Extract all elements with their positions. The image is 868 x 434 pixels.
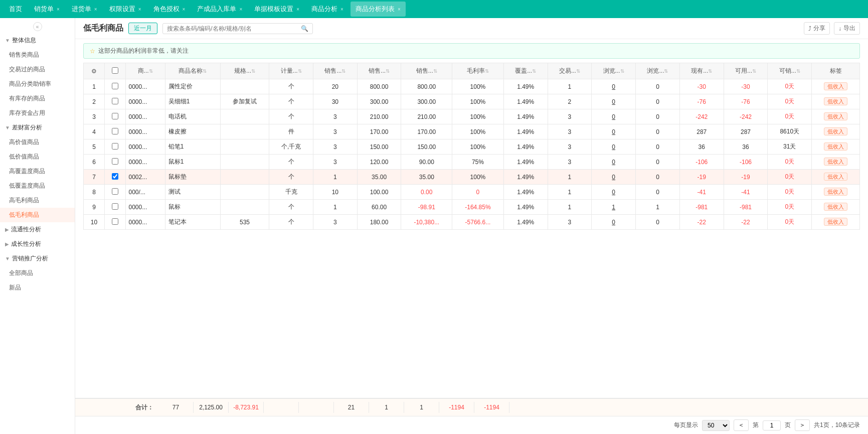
col-views1[interactable]: 浏览...⇅ <box>592 63 636 79</box>
nav-template[interactable]: 单据模板设置 × <box>249 2 304 17</box>
views1-link[interactable]: 0 <box>612 219 615 226</box>
nav-roles[interactable]: 角色授权 × <box>148 2 191 17</box>
nav-permissions-close[interactable]: × <box>138 7 141 12</box>
views1-link[interactable]: 0 <box>612 98 615 105</box>
views1-link[interactable]: 0 <box>612 143 615 151</box>
sidebar-group-marketing[interactable]: ▼ 营销推广分析 <box>0 251 75 266</box>
sidebar-item-all-products[interactable]: 全部商品 <box>0 266 75 280</box>
views1-link[interactable]: 0 <box>612 174 615 181</box>
col-spec[interactable]: 规格...⇅ <box>220 63 269 79</box>
cell-checkbox[interactable] <box>105 109 125 124</box>
row-checkbox[interactable] <box>112 218 118 225</box>
cell-checkbox[interactable] <box>105 215 125 230</box>
row-checkbox[interactable] <box>112 188 118 195</box>
row-checkbox[interactable] <box>112 143 118 150</box>
cell-views1[interactable]: 0 <box>592 109 636 124</box>
col-coverage[interactable]: 覆盖...⇅ <box>503 63 548 79</box>
cell-views1[interactable]: 0 <box>592 79 636 94</box>
nav-products-entry[interactable]: 产成品入库单 × <box>192 2 247 17</box>
row-checkbox[interactable] <box>112 203 118 210</box>
cell-checkbox[interactable] <box>105 124 125 139</box>
col-available[interactable]: 可用...⇅ <box>724 63 768 79</box>
sidebar-item-new-products[interactable]: 新品 <box>0 280 75 295</box>
cell-views1[interactable]: 0 <box>592 94 636 109</box>
sidebar-item-traded-products[interactable]: 交易过的商品 <box>0 62 75 77</box>
sidebar-group-growth[interactable]: ▶ 成长性分析 <box>0 237 75 251</box>
col-unit[interactable]: 计量...⇅ <box>269 63 313 79</box>
cell-views1[interactable]: 0 <box>592 185 636 200</box>
row-checkbox[interactable] <box>112 128 118 134</box>
col-sales-qty[interactable]: 销售...⇅ <box>313 63 357 79</box>
row-checkbox[interactable] <box>112 98 118 104</box>
nav-product-analysis[interactable]: 商品分析 × <box>306 2 349 17</box>
sidebar-collapse-btn[interactable]: « <box>33 22 42 31</box>
cell-checkbox[interactable] <box>105 200 125 215</box>
views1-link[interactable]: 0 <box>612 128 615 135</box>
nav-product-analysis-list-close[interactable]: × <box>398 7 401 12</box>
cell-views1[interactable]: 0 <box>592 139 636 155</box>
filter-recent-month[interactable]: 近一月 <box>128 23 157 34</box>
sidebar-item-low-value[interactable]: 低价值商品 <box>0 150 75 164</box>
select-all-checkbox[interactable] <box>112 67 118 74</box>
cell-views1[interactable]: 0 <box>592 170 636 185</box>
cell-checkbox[interactable] <box>105 139 125 155</box>
cell-views1[interactable]: 0 <box>592 215 636 230</box>
sidebar-item-high-value[interactable]: 高价值商品 <box>0 135 75 150</box>
col-views2[interactable]: 浏览...⇅ <box>636 63 680 79</box>
nav-sales-close[interactable]: × <box>57 7 60 12</box>
col-name[interactable]: 商品名称⇅ <box>165 63 220 79</box>
share-button[interactable]: ⤴ 分享 <box>804 22 830 35</box>
sidebar-group-wealth[interactable]: ▼ 差财富分析 <box>0 120 75 135</box>
sidebar-item-sales-products[interactable]: 销售类商品 <box>0 48 75 62</box>
page-num-input[interactable] <box>763 420 781 430</box>
col-gross-margin[interactable]: 毛利率⇅ <box>452 63 504 79</box>
sidebar-item-stock-capital[interactable]: 库存资金占用 <box>0 106 75 120</box>
cell-checkbox[interactable] <box>105 155 125 170</box>
views1-link[interactable]: 1 <box>612 204 615 211</box>
sidebar-item-low-coverage[interactable]: 低覆盖度商品 <box>0 179 75 193</box>
next-page-btn[interactable]: ＞ <box>795 419 810 431</box>
col-sales-profit[interactable]: 销售...⇅ <box>401 63 452 79</box>
views1-link[interactable]: 0 <box>612 159 615 166</box>
nav-product-analysis-list[interactable]: 商品分析列表 × <box>351 2 406 17</box>
col-code[interactable]: 商...⇅ <box>125 63 165 79</box>
col-settings[interactable]: ⚙ <box>84 63 105 79</box>
row-checkbox[interactable] <box>112 158 118 165</box>
nav-template-close[interactable]: × <box>296 7 299 12</box>
nav-products-entry-close[interactable]: × <box>239 7 242 12</box>
nav-purchase[interactable]: 进货单 × <box>67 2 102 17</box>
nav-sales[interactable]: 销货单 × <box>29 2 65 17</box>
col-saleable[interactable]: 可销...⇅ <box>768 63 812 79</box>
sidebar-group-overall[interactable]: ▼ 整体信息 <box>0 33 75 48</box>
sidebar-group-flow[interactable]: ▶ 流通性分析 <box>0 222 75 237</box>
sidebar-item-stocked-products[interactable]: 有库存的商品 <box>0 91 75 106</box>
nav-permissions[interactable]: 权限设置 × <box>104 2 146 17</box>
col-checkbox-all[interactable] <box>105 63 125 79</box>
search-input[interactable] <box>167 25 301 32</box>
views1-link[interactable]: 0 <box>612 83 615 90</box>
row-checkbox[interactable] <box>112 113 118 119</box>
col-sales-amt[interactable]: 销售...⇅ <box>357 63 401 79</box>
cell-checkbox[interactable] <box>105 170 125 185</box>
export-button[interactable]: ↓ 导出 <box>834 22 860 35</box>
cell-checkbox[interactable] <box>105 79 125 94</box>
nav-product-analysis-close[interactable]: × <box>340 7 343 12</box>
search-icon[interactable]: 🔍 <box>301 25 308 32</box>
nav-purchase-close[interactable]: × <box>94 7 97 12</box>
row-checkbox[interactable] <box>112 173 118 180</box>
cell-views1[interactable]: 0 <box>592 124 636 139</box>
sidebar-item-high-coverage[interactable]: 高覆盖度商品 <box>0 164 75 179</box>
prev-page-btn[interactable]: ＜ <box>734 419 749 431</box>
col-trade-count[interactable]: 交易...⇅ <box>548 63 592 79</box>
col-stock[interactable]: 现有...⇅ <box>679 63 724 79</box>
cell-checkbox[interactable] <box>105 94 125 109</box>
cell-views1[interactable]: 1 <box>592 200 636 215</box>
sidebar-item-low-margin[interactable]: 低毛利商品 <box>0 208 75 222</box>
nav-roles-close[interactable]: × <box>183 7 186 12</box>
views1-link[interactable]: 0 <box>612 113 615 120</box>
views1-link[interactable]: 0 <box>612 189 615 196</box>
sidebar-item-category-rate[interactable]: 商品分类助销率 <box>0 77 75 91</box>
row-checkbox[interactable] <box>112 83 118 89</box>
per-page-select[interactable]: 50 100 200 <box>702 420 730 431</box>
cell-views1[interactable]: 0 <box>592 155 636 170</box>
